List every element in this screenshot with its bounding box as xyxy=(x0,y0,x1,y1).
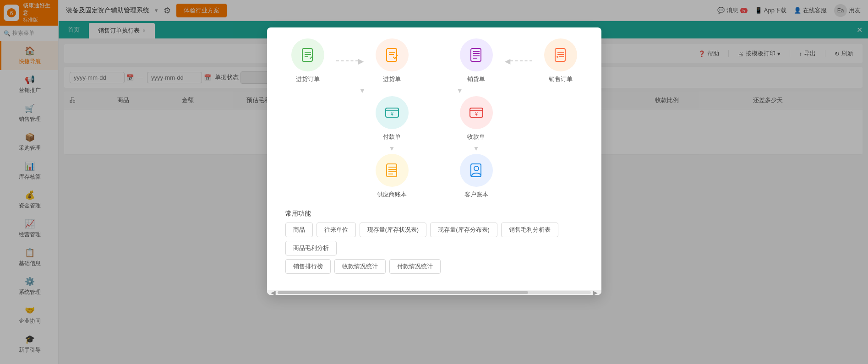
arrow-down-2: ▼ xyxy=(443,87,476,94)
spacer-5 xyxy=(540,87,573,94)
popup: 进货订单 ▶ 进货单 xyxy=(267,27,601,295)
supplier-ledger-label: 供应商账本 xyxy=(377,190,407,199)
svg-point-31 xyxy=(474,166,479,171)
purchase-order-circle xyxy=(291,38,324,71)
sale-bill-label: 销货单 xyxy=(467,75,485,83)
func-btn-stock-dist[interactable]: 现存量(库存分布表) xyxy=(430,223,497,237)
func-btn-payment-stats[interactable]: 付款情况统计 xyxy=(389,259,441,274)
customer-ledger-label: 客户账本 xyxy=(464,190,488,199)
arrow-down-3: ▼ xyxy=(376,145,409,152)
svg-text:¥: ¥ xyxy=(390,112,393,117)
spacer-11 xyxy=(291,145,324,152)
sale-order-node[interactable]: 销售订单 xyxy=(544,38,577,83)
purchase-order-node[interactable]: 进货订单 xyxy=(291,38,324,83)
customer-ledger-node[interactable]: 客户账本 xyxy=(460,154,493,199)
payment-bill-node[interactable]: ¥ 付款单 xyxy=(376,96,409,141)
supplier-ledger-node[interactable]: 供应商账本 xyxy=(376,154,409,199)
purchase-bill-circle xyxy=(376,38,409,71)
spacer-15 xyxy=(544,145,577,152)
purchase-bill-label: 进货单 xyxy=(383,75,401,83)
arrow-sale-order-to-bill: ◀ xyxy=(505,57,532,65)
sale-bill-circle xyxy=(460,38,493,71)
receipt-bill-label: 收款单 xyxy=(467,133,485,141)
func-btn-product[interactable]: 商品 xyxy=(285,223,313,237)
common-functions: 常用功能 商品 往来单位 现存量(库存状况表) 现存量(库存分布表) 销售毛利分… xyxy=(285,210,583,274)
func-btn-sales-ranking[interactable]: 销售排行榜 xyxy=(285,259,331,274)
payment-bill-label: 付款单 xyxy=(383,133,401,141)
receipt-bill-node[interactable]: ¥ 收款单 xyxy=(460,96,493,141)
spacer-13 xyxy=(420,145,448,152)
scrollbar-thumb[interactable] xyxy=(278,291,528,294)
flow-diagram: 进货订单 ▶ 进货单 xyxy=(285,38,583,199)
spacer-2 xyxy=(295,87,328,94)
func-btn-sales-profit[interactable]: 销售毛利分析表 xyxy=(501,223,558,237)
func-btn-stock-status[interactable]: 现存量(库存状况表) xyxy=(360,223,427,237)
popup-scrollbar: ◀ ▶ xyxy=(267,290,601,295)
func-btn-partners[interactable]: 往来单位 xyxy=(317,223,356,237)
func-btn-receipt-stats[interactable]: 收款情况统计 xyxy=(334,259,386,274)
svg-point-17 xyxy=(557,56,558,58)
svg-text:¥: ¥ xyxy=(475,112,478,117)
svg-rect-25 xyxy=(387,164,397,177)
purchase-bill-node[interactable]: 进货单 xyxy=(376,38,409,83)
sale-order-circle xyxy=(544,38,577,71)
spacer-4 xyxy=(495,87,522,94)
spacer-12 xyxy=(336,145,364,152)
supplier-ledger-circle xyxy=(376,154,409,187)
common-functions-title: 常用功能 xyxy=(285,210,583,218)
func-buttons-row-1: 商品 往来单位 现存量(库存状况表) 现存量(库存分布表) 销售毛利分析表 商品… xyxy=(285,223,583,255)
func-btn-product-profit[interactable]: 商品毛利分析 xyxy=(285,241,337,255)
payment-bill-circle: ¥ xyxy=(376,96,409,129)
arrow-down-1: ▼ xyxy=(346,87,379,94)
sale-order-label: 销售订单 xyxy=(549,75,573,83)
receipt-bill-circle: ¥ xyxy=(460,96,493,129)
svg-rect-9 xyxy=(471,49,481,61)
arrow-purchase-order-to-bill: ▶ xyxy=(336,57,364,65)
overlay[interactable]: 进货订单 ▶ 进货单 xyxy=(0,0,868,364)
customer-ledger-circle xyxy=(460,154,493,187)
purchase-order-label: 进货订单 xyxy=(296,75,320,83)
arrow-down-4: ▼ xyxy=(460,145,493,152)
scrollbar-track xyxy=(278,291,591,294)
func-buttons-row-2: 销售排行榜 收款情况统计 付款情况统计 xyxy=(285,259,583,274)
spacer-3 xyxy=(397,87,425,94)
sale-bill-node[interactable]: 销货单 xyxy=(460,38,493,83)
scroll-left-btn[interactable]: ◀ xyxy=(269,289,278,295)
scroll-right-btn[interactable]: ▶ xyxy=(591,289,600,295)
popup-content: 进货订单 ▶ 进货单 xyxy=(267,27,601,287)
spacer-14 xyxy=(505,145,532,152)
